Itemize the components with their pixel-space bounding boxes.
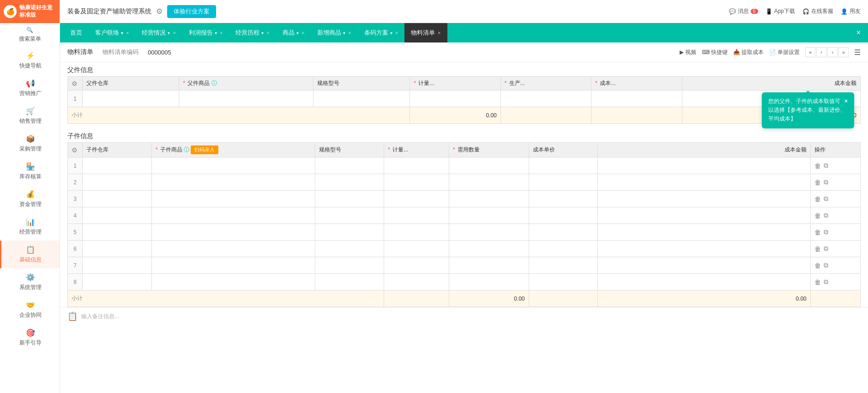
tab-close-icon[interactable]: × <box>438 30 440 36</box>
delete-row-button[interactable]: 🗑 <box>814 262 821 269</box>
child-quantity-cell[interactable] <box>449 257 529 274</box>
tab-close-icon[interactable]: × <box>395 30 398 36</box>
child-quantity-cell[interactable] <box>449 191 529 207</box>
user-menu[interactable]: 👤 用友 <box>841 7 861 15</box>
child-cost-unit-cell[interactable] <box>529 157 598 174</box>
close-all-tabs-button[interactable]: × <box>853 29 864 37</box>
extract-cost-button[interactable]: 📥 提取成本 <box>733 48 764 56</box>
child-unit-cell[interactable] <box>384 241 449 257</box>
sidebar-item-search[interactable]: 🔍 搜索菜单 <box>0 23 60 47</box>
tab-customers[interactable]: 客户联络 ▾ × <box>89 23 135 42</box>
sidebar-item-sales[interactable]: 🛒 销售管理 <box>0 102 60 130</box>
tab-new-goods[interactable]: 新增商品 ▾ × <box>311 23 357 42</box>
delete-row-button[interactable]: 🗑 <box>814 229 821 236</box>
child-goods-cell[interactable] <box>151 241 315 257</box>
video-button[interactable]: ▶ 视频 <box>680 48 696 56</box>
child-cost-unit-cell[interactable] <box>529 241 598 257</box>
tab-profit[interactable]: 利润报告 ▾ × <box>182 23 229 42</box>
sidebar-item-finance[interactable]: 💰 资金管理 <box>0 185 60 213</box>
delete-row-button[interactable]: 🗑 <box>814 245 821 253</box>
sidebar-item-enterprise[interactable]: 🤝 企业协同 <box>0 296 60 324</box>
nav-last-button[interactable]: » <box>838 47 849 57</box>
child-spec-cell[interactable] <box>315 274 384 290</box>
delete-row-button[interactable]: 🗑 <box>814 212 821 219</box>
single-settings-button[interactable]: 📄 单据设置 <box>769 48 800 56</box>
copy-row-button[interactable]: ⧉ <box>824 212 828 219</box>
child-cost-unit-cell[interactable] <box>529 224 598 241</box>
parent-warehouse-cell[interactable] <box>83 91 179 107</box>
tab-close-icon[interactable]: × <box>126 30 129 36</box>
child-quantity-cell[interactable] <box>449 207 529 224</box>
child-spec-cell[interactable] <box>315 224 384 241</box>
child-goods-cell[interactable] <box>151 224 315 241</box>
tab-bom[interactable]: 物料清单 × <box>404 23 447 42</box>
list-view-icon[interactable]: ☰ <box>854 48 861 57</box>
nav-next-button[interactable]: › <box>827 47 838 57</box>
child-quantity-cell[interactable] <box>449 174 529 191</box>
child-cost-unit-cell[interactable] <box>529 191 598 207</box>
delete-row-button[interactable]: 🗑 <box>814 195 821 203</box>
tab-goods[interactable]: 商品 ▾ × <box>276 23 311 42</box>
child-spec-cell[interactable] <box>315 174 384 191</box>
tab-close-icon[interactable]: × <box>220 30 223 36</box>
child-quantity-cell[interactable] <box>449 224 529 241</box>
parent-unit-cell[interactable] <box>410 91 500 107</box>
sidebar-item-marketing[interactable]: 📢 营销推广 <box>0 74 60 102</box>
child-goods-cell[interactable] <box>151 257 315 274</box>
delete-row-button[interactable]: 🗑 <box>814 179 821 186</box>
child-warehouse-cell[interactable] <box>83 157 152 174</box>
tab-close-icon[interactable]: × <box>301 30 304 36</box>
child-quantity-cell[interactable] <box>449 241 529 257</box>
copy-row-button[interactable]: ⧉ <box>824 261 828 269</box>
child-warehouse-cell[interactable] <box>83 274 152 290</box>
copy-row-button[interactable]: ⧉ <box>824 162 828 169</box>
sidebar-item-operations[interactable]: 📊 经营管理 <box>0 213 60 241</box>
messages-button[interactable]: 💬 消息 6 <box>729 7 758 15</box>
child-unit-cell[interactable] <box>384 224 449 241</box>
tab-history[interactable]: 经营历程 ▾ × <box>229 23 276 42</box>
child-goods-cell[interactable] <box>151 274 315 290</box>
child-unit-cell[interactable] <box>384 207 449 224</box>
delete-row-button[interactable]: 🗑 <box>814 278 821 286</box>
sidebar-item-system[interactable]: ⚙️ 系统管理 <box>0 268 60 296</box>
delete-row-button[interactable]: 🗑 <box>814 162 821 169</box>
sidebar-item-basic-info[interactable]: 📋 基础信息 <box>0 241 60 268</box>
app-download-button[interactable]: 📱 App下载 <box>766 7 795 15</box>
child-quantity-cell[interactable] <box>449 274 529 290</box>
child-goods-cell[interactable] <box>151 191 315 207</box>
child-spec-cell[interactable] <box>315 157 384 174</box>
parent-goods-cell[interactable] <box>179 91 313 107</box>
parent-spec-cell[interactable] <box>313 91 410 107</box>
child-spec-cell[interactable] <box>315 191 384 207</box>
tab-barcode[interactable]: 条码方案 ▾ × <box>358 23 404 42</box>
sidebar-item-purchase[interactable]: 📦 采购管理 <box>0 130 60 157</box>
child-warehouse-cell[interactable] <box>83 174 152 191</box>
copy-row-button[interactable]: ⧉ <box>824 228 828 236</box>
scan-button[interactable]: 扫码录入 <box>191 145 218 154</box>
child-unit-cell[interactable] <box>384 174 449 191</box>
child-spec-cell[interactable] <box>315 241 384 257</box>
child-cost-unit-cell[interactable] <box>529 174 598 191</box>
online-service-button[interactable]: 🎧 在线客服 <box>802 7 833 15</box>
child-spec-cell[interactable] <box>315 207 384 224</box>
tab-close-icon[interactable]: × <box>173 30 175 36</box>
child-cost-unit-cell[interactable] <box>529 207 598 224</box>
parent-cost-cell[interactable] <box>591 91 682 107</box>
sidebar-item-guide[interactable]: 🎯 新手引导 <box>0 324 60 351</box>
parent-col-gear-icon[interactable]: ⚙ <box>72 80 78 87</box>
child-warehouse-cell[interactable] <box>83 191 152 207</box>
nav-prev-button[interactable]: ‹ <box>816 47 826 57</box>
tab-operations[interactable]: 经营情况 ▾ × <box>135 23 182 42</box>
sidebar-item-quick-nav[interactable]: ⚡ 快捷导航 <box>0 47 60 74</box>
tooltip-close-button[interactable]: × <box>844 97 848 106</box>
child-warehouse-cell[interactable] <box>83 241 152 257</box>
copy-row-button[interactable]: ⧉ <box>824 245 828 253</box>
child-unit-cell[interactable] <box>384 257 449 274</box>
child-unit-cell[interactable] <box>384 157 449 174</box>
try-button[interactable]: 体验行业方案 <box>167 5 216 18</box>
copy-row-button[interactable]: ⧉ <box>824 278 828 286</box>
child-goods-cell[interactable] <box>151 157 315 174</box>
child-goods-cell[interactable] <box>151 174 315 191</box>
child-warehouse-cell[interactable] <box>83 224 152 241</box>
nav-first-button[interactable]: « <box>805 47 815 57</box>
